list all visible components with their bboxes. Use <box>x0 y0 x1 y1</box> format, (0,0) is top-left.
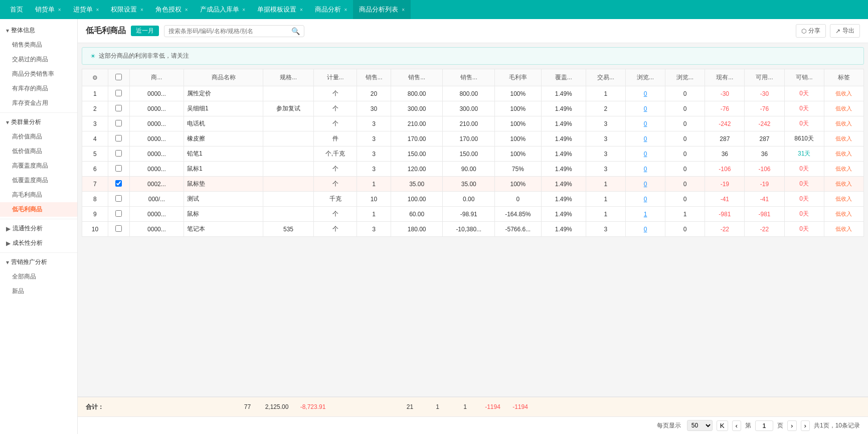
th-sales-price[interactable]: 销售... <box>391 69 443 86</box>
row-checkbox-2[interactable] <box>115 120 122 126</box>
sidebar-item-high-value[interactable]: 高价值商品 <box>0 129 77 144</box>
nav-close-permission[interactable]: × <box>139 7 143 13</box>
sidebar-item-new-products[interactable]: 新品 <box>0 284 77 299</box>
search-input[interactable] <box>168 28 291 35</box>
nav-product-in[interactable]: 产成品入库单 × <box>194 0 252 19</box>
nav-close-purchase[interactable]: × <box>95 7 99 13</box>
share-button[interactable]: ⬡ 分享 <box>796 24 826 38</box>
sidebar-item-in-stock[interactable]: 有库存的商品 <box>0 81 77 96</box>
cell-views1-2[interactable]: 0 <box>626 116 665 131</box>
row-checkbox-9[interactable] <box>115 225 122 232</box>
sidebar-group-cluster[interactable]: ▾ 类群量分析 <box>0 115 77 129</box>
th-check[interactable] <box>108 69 129 86</box>
nav-sales[interactable]: 销货单 × <box>29 0 67 19</box>
cell-stock-7: -41 <box>705 192 745 207</box>
th-deals[interactable]: 交易... <box>586 69 625 86</box>
prev-page-btn[interactable]: ‹ <box>732 420 741 431</box>
th-gross-rate[interactable]: 毛利率 <box>495 69 542 86</box>
sidebar-item-traded[interactable]: 交易过的商品 <box>0 52 77 67</box>
nav-home[interactable]: 首页 <box>4 0 29 19</box>
cell-stock-3: 287 <box>705 131 745 147</box>
sidebar-item-low-coverage[interactable]: 低覆盖度商品 <box>0 173 77 188</box>
sidebar-item-high-profit[interactable]: 高毛利商品 <box>0 188 77 202</box>
sidebar-item-capital[interactable]: 库存资金占用 <box>0 96 77 110</box>
nav-close-sales[interactable]: × <box>57 7 61 13</box>
cell-views1-7[interactable]: 0 <box>626 192 665 207</box>
sidebar-group-overall[interactable]: ▾ 整体信息 <box>0 23 77 38</box>
nav-close-template[interactable]: × <box>298 7 303 13</box>
th-sales-qty[interactable]: 销售... <box>357 69 391 86</box>
cell-views1-9[interactable]: 0 <box>626 222 665 237</box>
sidebar-group-marketing[interactable]: ▾ 营销推广分析 <box>0 255 77 269</box>
row-checkbox-0[interactable] <box>115 90 122 96</box>
nav-role[interactable]: 角色授权 × <box>149 0 194 19</box>
settings-icon[interactable]: ⚙ <box>92 74 98 81</box>
sidebar-item-category-rate[interactable]: 商品分类销售率 <box>0 67 77 81</box>
products-table: ⚙ 商... 商品名称 规格... <box>82 69 864 237</box>
sidebar-item-low-profit[interactable]: 低毛利商品 <box>0 202 77 217</box>
sidebar-item-low-value[interactable]: 低价值商品 <box>0 144 77 159</box>
next-page-btn[interactable]: › <box>787 420 796 431</box>
nav-analysis-list[interactable]: 商品分析列表 × <box>353 0 411 19</box>
row-checkbox-3[interactable] <box>115 135 122 141</box>
cell-check-3[interactable] <box>108 131 129 147</box>
row-checkbox-6[interactable] <box>115 180 122 187</box>
nav-permission[interactable]: 权限设置 × <box>105 0 149 19</box>
th-tag[interactable]: 标签 <box>824 69 863 86</box>
cell-code-8: 0000... <box>129 207 184 222</box>
last-page-btn[interactable]: › <box>801 420 810 431</box>
nav-template[interactable]: 单据模板设置 × <box>251 0 309 19</box>
th-code[interactable]: 商... <box>129 69 184 86</box>
th-stock[interactable]: 现有... <box>705 69 745 86</box>
nav-purchase[interactable]: 进货单 × <box>67 0 105 19</box>
row-checkbox-5[interactable] <box>115 165 122 172</box>
th-name[interactable]: 商品名称 <box>184 69 263 86</box>
cell-views1-4[interactable]: 0 <box>626 147 665 162</box>
th-coverage[interactable]: 覆盖... <box>541 69 586 86</box>
th-spec[interactable]: 规格... <box>263 69 314 86</box>
cell-check-9[interactable] <box>108 222 129 237</box>
cell-check-6[interactable] <box>108 177 129 192</box>
th-views2[interactable]: 浏览... <box>665 69 705 86</box>
th-sales-amount[interactable]: 销售... <box>443 69 495 86</box>
cell-views1-0[interactable]: 0 <box>626 86 665 101</box>
sidebar-item-sales-category[interactable]: 销售类商品 <box>0 38 77 52</box>
th-views1[interactable]: 浏览... <box>626 69 665 86</box>
cell-views1-8[interactable]: 1 <box>626 207 665 222</box>
cell-stock-0: -30 <box>705 86 745 101</box>
cell-views1-3[interactable]: 0 <box>626 131 665 147</box>
cell-check-7[interactable] <box>108 192 129 207</box>
row-checkbox-8[interactable] <box>115 210 122 217</box>
cell-views1-5[interactable]: 0 <box>626 162 665 177</box>
page-input[interactable] <box>755 420 773 431</box>
cell-views1-1[interactable]: 0 <box>626 101 665 116</box>
sidebar-item-all-products[interactable]: 全部商品 <box>0 269 77 284</box>
cell-check-1[interactable] <box>108 101 129 116</box>
filter-tag-month[interactable]: 近一月 <box>131 26 159 36</box>
row-checkbox-1[interactable] <box>115 105 122 111</box>
th-available[interactable]: 可用... <box>745 69 784 86</box>
nav-close-analysis-list[interactable]: × <box>400 7 405 13</box>
cell-check-4[interactable] <box>108 147 129 162</box>
cell-check-0[interactable] <box>108 86 129 101</box>
nav-analysis[interactable]: 商品分析 × <box>309 0 354 19</box>
sidebar-group-growth[interactable]: ▶ 成长性分析 <box>0 236 77 250</box>
sidebar-group-flow[interactable]: ▶ 流通性分析 <box>0 221 77 236</box>
search-icon[interactable]: 🔍 <box>291 27 300 35</box>
sidebar-item-high-coverage[interactable]: 高覆盖度商品 <box>0 159 77 173</box>
row-checkbox-7[interactable] <box>115 195 122 202</box>
row-checkbox-4[interactable] <box>115 150 122 157</box>
nav-close-role[interactable]: × <box>184 7 188 13</box>
first-page-btn[interactable]: K <box>717 420 728 431</box>
cell-views1-6[interactable]: 0 <box>626 177 665 192</box>
cell-check-5[interactable] <box>108 162 129 177</box>
select-all-checkbox[interactable] <box>115 74 122 80</box>
th-unit[interactable]: 计量... <box>313 69 357 86</box>
nav-close-analysis[interactable]: × <box>343 7 348 13</box>
export-button[interactable]: ↗ 导出 <box>830 24 860 38</box>
nav-close-product-in[interactable]: × <box>241 7 246 13</box>
cell-check-2[interactable] <box>108 116 129 131</box>
th-saleable[interactable]: 可销... <box>784 69 824 86</box>
page-size-select[interactable]: 50 100 200 <box>687 420 713 431</box>
cell-check-8[interactable] <box>108 207 129 222</box>
